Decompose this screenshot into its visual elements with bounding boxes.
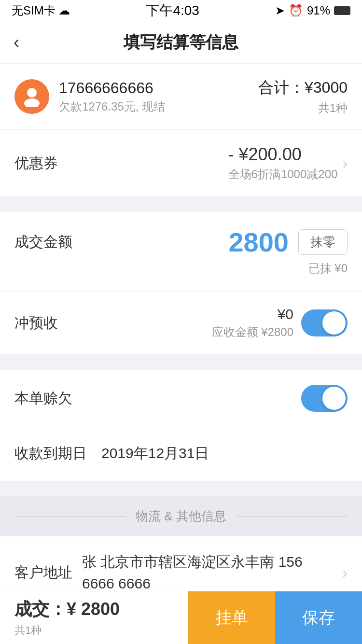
battery-label: 91% xyxy=(307,4,330,17)
amount-right: 2800 抹零 xyxy=(228,226,348,258)
customer-info: 17666666666 欠款1276.35元, 现结 xyxy=(59,79,165,114)
coupon-right: - ¥200.00 全场6折满1000减200 › xyxy=(228,144,348,182)
transaction-card: 成交金额 2800 抹零 已抹 ¥0 冲预收 ¥0 应收金额 ¥2800 xyxy=(0,212,362,354)
section-header-text: 物流 & 其他信息 xyxy=(136,508,226,525)
address-value: 张 北京市市辖区海淀区永丰南 156 6666 6666 xyxy=(82,551,333,594)
status-bar: 无SIM卡 ☁ 下午4:03 ➤ ⏰ 91% xyxy=(0,0,362,21)
prepayment-label: 冲预收 xyxy=(14,313,58,333)
customer-row: 17666666666 欠款1276.35元, 现结 合计：¥3000 共1种 xyxy=(0,64,362,129)
prepayment-info: ¥0 应收金额 ¥2800 xyxy=(212,306,293,340)
status-right: ➤ ⏰ 91% xyxy=(275,4,350,17)
status-left: 无SIM卡 ☁ xyxy=(12,3,70,18)
page-title: 填写结算等信息 xyxy=(124,31,238,54)
coupon-row[interactable]: 优惠券 - ¥200.00 全场6折满1000减200 › xyxy=(0,129,362,196)
prepayment-toggle[interactable] xyxy=(301,309,348,336)
svg-point-1 xyxy=(24,98,40,107)
header-line-left xyxy=(14,516,126,517)
credit-toggle[interactable] xyxy=(301,385,348,412)
footer-transaction-label: 成交： xyxy=(14,599,67,619)
battery-icon xyxy=(334,6,350,15)
alarm-icon: ⏰ xyxy=(289,4,303,17)
sim-label: 无SIM卡 ☁ xyxy=(12,3,70,18)
svg-point-0 xyxy=(27,88,37,98)
separator-3 xyxy=(0,489,362,496)
address-label: 客户地址 xyxy=(14,563,72,583)
total-sub: 共1种 xyxy=(258,100,348,116)
credit-label: 本单赊欠 xyxy=(14,389,72,408)
amount-section: 成交金额 2800 抹零 已抹 ¥0 xyxy=(0,212,362,291)
toggle-knob xyxy=(322,311,346,335)
amount-sub: 已抹 ¥0 xyxy=(14,261,348,276)
location-icon: ➤ xyxy=(275,4,285,17)
credit-toggle-knob xyxy=(322,387,346,410)
pending-button[interactable]: 挂单 xyxy=(188,591,275,644)
footer-transaction-value: ¥ 2800 xyxy=(67,599,120,619)
credit-card: 本单赊欠 收款到期日 2019年12月31日 xyxy=(0,370,362,481)
duedate-value: 2019年12月31日 xyxy=(101,444,209,463)
save-button[interactable]: 保存 xyxy=(275,591,362,644)
separator-1 xyxy=(0,204,362,212)
chevron-right-icon: › xyxy=(342,154,348,172)
amount-value: 2800 xyxy=(228,226,289,258)
duedate-label: 收款到期日 xyxy=(14,444,87,463)
nav-bar: ‹ 填写结算等信息 xyxy=(0,21,362,64)
credit-row: 本单赊欠 xyxy=(0,370,362,426)
footer-info: 成交：¥ 2800 共1种 xyxy=(0,598,188,638)
coupon-detail: 全场6折满1000减200 xyxy=(228,167,338,182)
prepayment-row: 冲预收 ¥0 应收金额 ¥2800 xyxy=(0,291,362,354)
amount-row: 成交金额 2800 抹零 xyxy=(14,226,348,258)
prepayment-value: ¥0 xyxy=(212,306,293,322)
credit-right xyxy=(301,385,348,412)
header-line-right xyxy=(236,516,348,517)
total-amount: 合计：¥3000 xyxy=(258,77,348,98)
section-header: 物流 & 其他信息 xyxy=(0,496,362,536)
customer-subtext: 欠款1276.35元, 现结 xyxy=(59,99,165,114)
footer-transaction-row: 成交：¥ 2800 xyxy=(14,598,174,621)
round-button[interactable]: 抹零 xyxy=(298,229,348,255)
customer-phone: 17666666666 xyxy=(59,79,165,97)
address-chevron-icon: › xyxy=(342,564,348,582)
content-area: 17666666666 欠款1276.35元, 现结 合计：¥3000 共1种 … xyxy=(0,64,362,644)
coupon-label: 优惠券 xyxy=(14,154,58,173)
prepayment-right: ¥0 应收金额 ¥2800 xyxy=(212,306,348,340)
amount-label: 成交金额 xyxy=(14,232,72,252)
customer-right: 合计：¥3000 共1种 xyxy=(258,77,348,116)
customer-left: 17666666666 欠款1276.35元, 现结 xyxy=(14,79,165,114)
status-time: 下午4:03 xyxy=(146,1,199,20)
separator-2 xyxy=(0,362,362,370)
coupon-amount: - ¥200.00 xyxy=(228,144,338,165)
footer: 成交：¥ 2800 共1种 挂单 保存 xyxy=(0,591,362,644)
footer-sub: 共1种 xyxy=(14,623,174,638)
back-button[interactable]: ‹ xyxy=(14,32,19,53)
avatar xyxy=(14,79,49,114)
customer-card: 17666666666 欠款1276.35元, 现结 合计：¥3000 共1种 … xyxy=(0,64,362,196)
prepayment-sub: 应收金额 ¥2800 xyxy=(212,324,293,340)
duedate-row: 收款到期日 2019年12月31日 xyxy=(0,426,362,481)
